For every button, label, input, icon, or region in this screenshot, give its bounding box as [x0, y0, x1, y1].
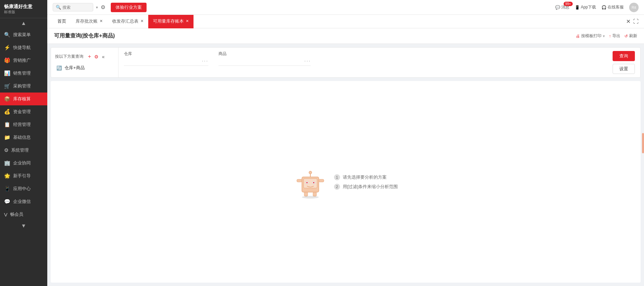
warehouse-input-row: ··· [124, 58, 208, 66]
sidebar-item-marketing[interactable]: 🎁 营销推广 [0, 54, 47, 67]
sidebar-item-label: 快捷导航 [13, 45, 31, 51]
user-avatar[interactable]: Rit [629, 3, 639, 12]
scheme-item-warehouse-product[interactable]: 🔄 仓库+商品 [51, 62, 118, 74]
sidebar-item-label: 畅会员 [10, 211, 23, 217]
tab-batch[interactable]: 库存批次账 ✕ [71, 15, 107, 28]
sidebar-item-purchase[interactable]: 🛒 采购管理 [0, 80, 47, 93]
vip-icon: V [4, 212, 7, 217]
svg-point-7 [309, 171, 312, 174]
app-label: App下载 [581, 4, 596, 10]
right-scrollbar[interactable] [642, 133, 644, 153]
topbar: 🔍 ▾ ⚙ 体验行业方案 💬 消息 99+ 📱 App下载 🎧 在线客服 Rit [47, 0, 644, 15]
svg-point-4 [306, 182, 308, 183]
sidebar-scroll: ▲ 🔍 搜索菜单 ⚡ 快捷导航 🎁 营销推广 📊 销售管理 🛒 采购管理 📦 库… [0, 18, 47, 286]
sidebar-item-search[interactable]: 🔍 搜索菜单 [0, 28, 47, 41]
sidebar-item-label: 销售管理 [13, 70, 31, 76]
chevron-down-icon[interactable]: ▾ [603, 34, 605, 38]
export-label: 导出 [612, 33, 620, 39]
trial-button[interactable]: 体验行业方案 [111, 3, 147, 12]
avatar-initial: Rit [632, 5, 636, 9]
app-edition: 标准版 [4, 9, 43, 15]
tab-close-icon[interactable]: ✕ [100, 19, 103, 23]
close-tab-button[interactable]: ✕ [626, 18, 630, 25]
phone-icon: 📱 [575, 5, 580, 10]
sidebar-item-quicknav[interactable]: ⚡ 快捷导航 [0, 41, 47, 54]
tab-available[interactable]: 可用量库存账本 ✕ [148, 15, 194, 28]
tab-summary[interactable]: 收发存汇总表 ✕ [107, 15, 148, 28]
topbar-search-box[interactable]: 🔍 [53, 3, 93, 11]
product-field: 商品 ··· [218, 51, 311, 66]
tip-num-2: 2 [334, 184, 340, 190]
query-actions: 查询 设置 [613, 48, 640, 77]
gear-icon: ⚙ [4, 147, 8, 153]
refresh-button[interactable]: ↺ 刷新 [624, 33, 637, 39]
print-icon: 🖨 [576, 34, 580, 38]
warehouse-input[interactable] [124, 59, 201, 64]
sidebar-item-operations[interactable]: 📋 经营管理 [0, 118, 47, 131]
sidebar-scroll-down[interactable]: ▼ [0, 221, 47, 231]
add-scheme-icon[interactable]: ＋ [87, 53, 92, 60]
tab-home[interactable]: 首页 [53, 15, 71, 28]
product-input[interactable] [218, 59, 303, 64]
collapse-icon[interactable]: « [102, 54, 105, 59]
sidebar-item-label: 新手引导 [13, 173, 31, 179]
message-icon: 💬 [555, 5, 560, 10]
cart-icon: 🛒 [4, 83, 10, 89]
refresh-icon: ↺ [624, 34, 628, 38]
app-download-button[interactable]: 📱 App下载 [575, 4, 596, 10]
empty-state: 1 请先选择要分析的方案 2 用[过滤]条件来缩小分析范围 [51, 81, 641, 283]
query-fields: 仓库 ··· 商品 ··· [119, 48, 613, 77]
sidebar-item-label: 采购管理 [13, 83, 31, 89]
folder-icon: 📁 [4, 134, 10, 140]
svg-rect-8 [304, 192, 308, 196]
settings-scheme-icon[interactable]: ⚙ [94, 54, 99, 59]
box-icon: 📦 [4, 96, 10, 102]
sidebar-item-system[interactable]: ⚙ 系统管理 [0, 144, 47, 157]
warehouse-more-icon[interactable]: ··· [202, 58, 208, 64]
expand-button[interactable]: ⛶ [633, 19, 639, 25]
sidebar-item-label: 营销推广 [13, 57, 31, 63]
sidebar-item-finance[interactable]: 💰 资金管理 [0, 105, 47, 118]
mobile-icon: 📱 [4, 186, 10, 192]
print-button[interactable]: 🖨 按模板打印 ▾ [576, 33, 605, 39]
sidebar-item-label: 基础信息 [13, 134, 31, 140]
product-input-row: ··· [218, 58, 311, 66]
sidebar-item-appcenter[interactable]: 📱 应用中心 [0, 182, 47, 195]
settings-icon[interactable]: ⚙ [101, 4, 105, 10]
search-chevron-icon[interactable]: ▾ [96, 5, 98, 10]
query-panel: 按以下方案查询 ＋ ⚙ « 🔄 仓库+商品 仓库 ··· [51, 47, 641, 78]
product-more-icon[interactable]: ··· [304, 58, 311, 64]
warehouse-field: 仓库 ··· [124, 51, 208, 66]
export-button[interactable]: ↑ 导出 [609, 33, 620, 39]
tab-close-icon[interactable]: ✕ [186, 19, 189, 23]
svg-rect-9 [313, 192, 316, 196]
tab-close-icon[interactable]: ✕ [140, 19, 144, 23]
print-label: 按模板打印 [581, 33, 601, 39]
sidebar-item-newguide[interactable]: 🌟 新手引导 [0, 170, 47, 182]
service-button[interactable]: 🎧 在线客服 [601, 4, 624, 10]
product-label: 商品 [218, 51, 311, 57]
gift-icon: 🎁 [4, 57, 10, 63]
sidebar-item-sales[interactable]: 📊 销售管理 [0, 67, 47, 80]
tab-available-label: 可用量库存账本 [153, 18, 184, 24]
sidebar-item-wechat[interactable]: 💬 企业微信 [0, 195, 47, 208]
scheme-icon: 🔄 [56, 66, 62, 71]
search-icon: 🔍 [4, 32, 10, 38]
money-icon: 💰 [4, 109, 10, 115]
sidebar-item-inventory[interactable]: 📦 库存核算 [0, 93, 47, 105]
sidebar-scroll-up[interactable]: ▲ [0, 18, 47, 28]
sidebar-item-member[interactable]: V 畅会员 [0, 208, 47, 221]
sidebar-item-enterprise[interactable]: 🏢 企业协同 [0, 157, 47, 170]
message-button[interactable]: 💬 消息 99+ [555, 4, 569, 10]
search-icon: 🔍 [56, 5, 61, 10]
svg-rect-11 [319, 179, 324, 182]
refresh-label: 刷新 [629, 33, 637, 39]
settings-button[interactable]: 设置 [613, 64, 635, 74]
tab-home-label: 首页 [57, 18, 66, 24]
search-input[interactable] [62, 5, 89, 10]
query-button[interactable]: 查询 [613, 51, 635, 61]
sidebar-item-basic[interactable]: 📁 基础信息 [0, 131, 47, 144]
app-name: 畅康通好生意 [4, 3, 43, 9]
scheme-label: 仓库+商品 [65, 65, 85, 71]
page-content: 可用量查询(按仓库+商品) 🖨 按模板打印 ▾ ↑ 导出 ↺ 刷新 [47, 28, 644, 286]
